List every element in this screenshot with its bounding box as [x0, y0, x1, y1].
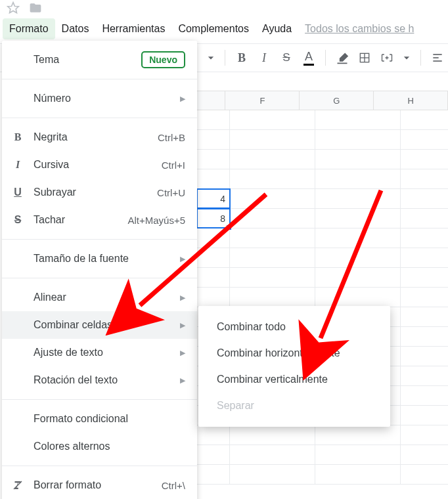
- selected-cell[interactable]: 4: [197, 189, 230, 208]
- strikethrough-button[interactable]: S: [277, 48, 296, 68]
- column-headers: F G H: [197, 91, 448, 110]
- menu-negrita[interactable]: B Negrita Ctrl+B: [2, 123, 197, 151]
- column-header-h[interactable]: H: [374, 91, 448, 110]
- text-color-button[interactable]: A: [299, 48, 319, 68]
- menu-item-label: Rotación del texto: [34, 374, 180, 386]
- menu-numero[interactable]: Número ▶: [2, 85, 197, 112]
- title-icons: [7, 0, 42, 17]
- separator: [420, 50, 421, 66]
- chevron-right-icon: ▶: [180, 349, 185, 357]
- menu-datos[interactable]: Datos: [55, 18, 96, 39]
- submenu-separar: Separar: [198, 393, 390, 419]
- menu-tachar[interactable]: S Tachar Alt+Mayús+5: [2, 206, 197, 234]
- menu-herramientas[interactable]: Herramientas: [95, 18, 171, 39]
- menu-formato[interactable]: Formato: [3, 18, 55, 39]
- chevron-right-icon: ▶: [180, 255, 185, 263]
- clear-format-icon: [2, 479, 34, 491]
- menu-complementos[interactable]: Complementos: [171, 18, 256, 39]
- menu-item-label: Combinar celdas: [34, 319, 180, 331]
- menu-combinar-celdas[interactable]: Combinar celdas ▶: [2, 311, 197, 339]
- column-header-g[interactable]: G: [300, 91, 374, 110]
- spreadsheet-grid[interactable]: 4 8: [197, 110, 448, 499]
- menu-ayuda[interactable]: Ayuda: [256, 18, 298, 39]
- menu-item-label: Alinear: [34, 292, 180, 303]
- menu-item-label: Negrita: [34, 131, 158, 143]
- menu-item-label: Colores alternos: [34, 441, 185, 452]
- merge-caret[interactable]: [399, 51, 414, 64]
- menu-item-label: Borrar formato: [34, 479, 162, 491]
- menu-item-label: Formato condicional: [34, 413, 185, 425]
- menubar: Formato Datos Herramientas Complementos …: [0, 17, 448, 41]
- menu-item-label: Tachar: [34, 214, 127, 226]
- menu-item-label: Cursiva: [34, 159, 162, 171]
- shortcut: Ctrl+B: [158, 132, 185, 143]
- format-menu: Tema Nuevo Número ▶ B Negrita Ctrl+B I C…: [2, 41, 197, 499]
- menu-cursiva[interactable]: I Cursiva Ctrl+I: [2, 151, 197, 179]
- separator: [225, 50, 225, 66]
- borders-button[interactable]: [355, 48, 374, 68]
- separator: [325, 50, 326, 66]
- font-size-dropdown-caret[interactable]: [204, 51, 218, 64]
- shortcut: Alt+Mayús+5: [127, 215, 185, 226]
- column-header[interactable]: [197, 91, 225, 110]
- submenu-combinar-horizontal[interactable]: Combinar horizontalmente: [198, 340, 390, 366]
- selected-cell[interactable]: 8: [197, 209, 230, 228]
- changes-saved-text[interactable]: Todos los cambios se h: [305, 23, 414, 35]
- menu-ajuste-texto[interactable]: Ajuste de texto ▶: [2, 339, 197, 366]
- menu-item-label: Tema: [34, 54, 141, 66]
- column-header-f[interactable]: F: [225, 91, 300, 110]
- menu-subrayar[interactable]: U Subrayar Ctrl+U: [2, 179, 197, 206]
- italic-button[interactable]: I: [254, 48, 274, 68]
- menu-item-label: Tamaño de la fuente: [34, 253, 180, 265]
- strikethrough-icon: S: [2, 214, 34, 226]
- fill-handle[interactable]: [227, 225, 231, 230]
- shortcut: Ctrl+\: [162, 480, 185, 491]
- submenu-combinar-vertical[interactable]: Combinar verticalmente: [198, 366, 390, 393]
- menu-colores-alternos[interactable]: Colores alternos: [2, 433, 197, 460]
- underline-icon: U: [2, 186, 34, 198]
- italic-icon: I: [2, 159, 34, 171]
- chevron-right-icon: ▶: [180, 293, 185, 302]
- menu-tema[interactable]: Tema Nuevo: [2, 46, 197, 74]
- chevron-right-icon: ▶: [180, 95, 185, 103]
- align-button[interactable]: [428, 48, 447, 68]
- bold-icon: B: [2, 131, 34, 143]
- svg-marker-0: [8, 2, 19, 12]
- folder-icon[interactable]: [29, 1, 42, 16]
- menu-alinear[interactable]: Alinear ▶: [2, 284, 197, 311]
- submenu-combinar-todo[interactable]: Combinar todo: [198, 314, 390, 340]
- combine-submenu: Combinar todo Combinar horizontalmente C…: [198, 306, 390, 427]
- menu-borrar-formato[interactable]: Borrar formato Ctrl+\: [2, 471, 197, 499]
- star-icon[interactable]: [7, 1, 20, 16]
- merge-button[interactable]: [377, 48, 397, 68]
- menu-item-label: Ajuste de texto: [34, 347, 180, 358]
- fill-color-button[interactable]: [332, 48, 352, 68]
- menu-item-label: Número: [34, 93, 180, 104]
- menu-tam-fuente[interactable]: Tamaño de la fuente ▶: [2, 245, 197, 272]
- menu-formato-condicional[interactable]: Formato condicional: [2, 405, 197, 433]
- bold-button[interactable]: B: [232, 48, 252, 68]
- menu-item-label: Subrayar: [34, 186, 157, 198]
- menu-rotacion-texto[interactable]: Rotación del texto ▶: [2, 366, 197, 394]
- chevron-right-icon: ▶: [180, 321, 185, 330]
- shortcut: Ctrl+U: [157, 187, 185, 198]
- shortcut: Ctrl+I: [162, 160, 185, 171]
- new-badge: Nuevo: [141, 51, 185, 68]
- chevron-right-icon: ▶: [180, 376, 185, 385]
